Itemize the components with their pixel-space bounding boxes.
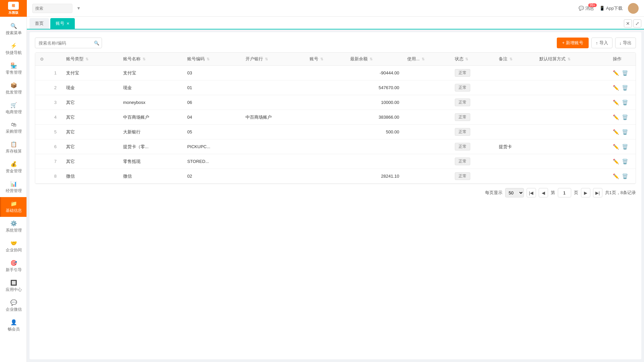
sidebar-item-system[interactable]: ⚙️ 系统管理 [0,217,26,237]
sidebar-item-finance[interactable]: 💰 资金管理 [0,158,26,177]
add-account-btn[interactable]: + 新增账号 [557,38,589,48]
app-name: 乐雅版 [8,10,18,15]
col-type[interactable]: 账号类型 ⇅ [62,53,119,66]
row-default-settlement [535,110,609,125]
row-name: moneybosx [119,95,183,110]
col-settings[interactable]: ⚙ [35,53,49,66]
row-action: ✏️ 🗑️ [609,66,636,80]
col-bank[interactable]: 开户银行 ⇅ [241,53,306,66]
sidebar-item-member[interactable]: 👤 畅会员 [0,316,26,336]
sidebar-item-ecommerce[interactable]: 🛒 电商管理 [0,99,26,118]
row-usage [403,95,450,110]
row-code: 06 [183,95,241,110]
row-remark: 提货卡 [495,139,535,154]
edit-icon[interactable]: ✏️ [613,173,619,179]
row-action: ✏️ 🗑️ [609,154,636,169]
delete-icon[interactable]: 🗑️ [622,129,628,135]
export-btn[interactable]: ↓ 导出 [615,38,636,48]
row-status: 正常 [451,125,495,139]
next-page-btn[interactable]: ▶ [581,188,590,197]
delete-icon[interactable]: 🗑️ [622,114,628,120]
export-label: 导出 [623,40,632,46]
sidebar-item-label: 经营管理 [6,188,22,194]
sidebar-item-purchase[interactable]: 🛍 采购管理 [0,118,26,138]
row-balance: 547670.00 [346,80,403,95]
user-avatar[interactable] [628,3,639,14]
table-row: 5 其它 大新银行 05 500.00 正常 ✏️ 🗑️ [35,125,636,139]
edit-icon[interactable]: ✏️ [613,159,619,165]
status-badge: 正常 [455,99,470,106]
sidebar-item-retail[interactable]: 🏪 零售管理 [0,59,26,79]
col-code[interactable]: 账号编码 ⇅ [183,53,241,66]
row-remark [495,80,535,95]
search-icon[interactable]: 🔍 [94,41,99,46]
sidebar-item-enterprise[interactable]: 🤝 企业协同 [0,237,26,256]
app-download-btn[interactable]: 📱 App下载 [599,5,623,11]
col-default-settlement[interactable]: 默认结算方式 ⇅ [535,53,609,66]
col-account[interactable]: 账号 ⇅ [306,53,346,66]
row-status: 正常 [451,66,495,80]
row-balance: 500.00 [346,125,403,139]
edit-icon[interactable]: ✏️ [613,85,619,91]
row-remark [495,95,535,110]
tab-close-btn[interactable]: ✕ [624,19,632,27]
first-page-btn[interactable]: |◀ [527,188,536,197]
status-badge: 正常 [455,128,470,136]
sidebar-item-label: 新手引导 [6,267,22,273]
delete-icon[interactable]: 🗑️ [622,100,628,106]
row-num: 2 [49,80,62,95]
delete-icon[interactable]: 🗑️ [622,159,628,165]
delete-icon[interactable]: 🗑️ [622,173,628,179]
prev-page-btn[interactable]: ◀ [539,188,548,197]
sidebar-item-operations[interactable]: 📊 经营管理 [0,177,26,197]
row-settings [35,125,49,139]
sidebar-item-label: 系统管理 [6,228,22,233]
edit-icon[interactable]: ✏️ [613,100,619,106]
page-size-select[interactable]: 50 20 100 [505,188,524,197]
edit-icon[interactable]: ✏️ [613,129,619,135]
row-type: 现金 [62,80,119,95]
tab-home[interactable]: 首页 [30,18,49,29]
sidebar-item-label: 资金管理 [6,168,22,174]
tab-expand-btn[interactable]: ⤢ [633,19,641,27]
row-default-settlement [535,95,609,110]
import-btn[interactable]: ↑ 导入 [591,38,612,48]
col-status[interactable]: 状态 ⇅ [451,53,495,66]
delete-icon[interactable]: 🗑️ [622,70,628,76]
account-table: ⚙ 账号类型 ⇅ 账号名称 ⇅ 账号编码 ⇅ 开户银行 ⇅ 账号 ⇅ 最新余额 … [35,52,636,184]
delete-icon[interactable]: 🗑️ [622,144,628,150]
row-num: 6 [49,139,62,154]
col-balance[interactable]: 最新余额 ⇅ [346,53,403,66]
col-remark[interactable]: 备注 ⇅ [495,53,535,66]
edit-icon[interactable]: ✏️ [613,114,619,120]
message-btn[interactable]: 💬 消息 99+ [579,5,594,11]
col-usage[interactable]: 使用... ⇅ [403,53,450,66]
row-code: PICKUPC... [183,139,241,154]
member-icon: 👤 [10,319,17,325]
sidebar-item-basic-info[interactable]: 📁 基础信息 [0,197,26,217]
wechat-icon: 💬 [10,299,17,306]
row-type: 其它 [62,139,119,154]
sidebar-item-search-menu[interactable]: 🔍 搜索菜单 [0,19,26,39]
edit-icon[interactable]: ✏️ [613,144,619,150]
account-search-input[interactable] [35,38,102,48]
page-input[interactable] [558,188,571,197]
tab-account-close-icon[interactable]: ✕ [66,21,69,26]
topbar-search-input[interactable] [32,4,72,13]
sidebar-item-inventory[interactable]: 📋 库存核算 [0,138,26,158]
delete-icon[interactable]: 🗑️ [622,85,628,91]
sidebar-item-quick-nav[interactable]: ⚡ 快捷导航 [0,39,26,59]
dropdown-arrow-icon[interactable]: ▼ [76,6,81,11]
sidebar-item-guide[interactable]: 🎯 新手引导 [0,256,26,276]
sidebar-item-wholesale[interactable]: 📦 批发管理 [0,79,26,99]
sidebar-item-label: 畅会员 [8,326,20,332]
row-num: 3 [49,95,62,110]
tab-account[interactable]: 账号 ✕ [50,18,75,29]
sidebar-item-app-center[interactable]: 🔲 应用中心 [0,276,26,296]
sidebar-item-wechat[interactable]: 💬 企业微信 [0,296,26,316]
table-row: 6 其它 提货卡（零... PICKUPC... 正常 提货卡 ✏️ 🗑️ [35,139,636,154]
last-page-btn[interactable]: ▶| [593,188,602,197]
edit-icon[interactable]: ✏️ [613,70,619,76]
col-name[interactable]: 账号名称 ⇅ [119,53,183,66]
row-default-settlement [535,139,609,154]
